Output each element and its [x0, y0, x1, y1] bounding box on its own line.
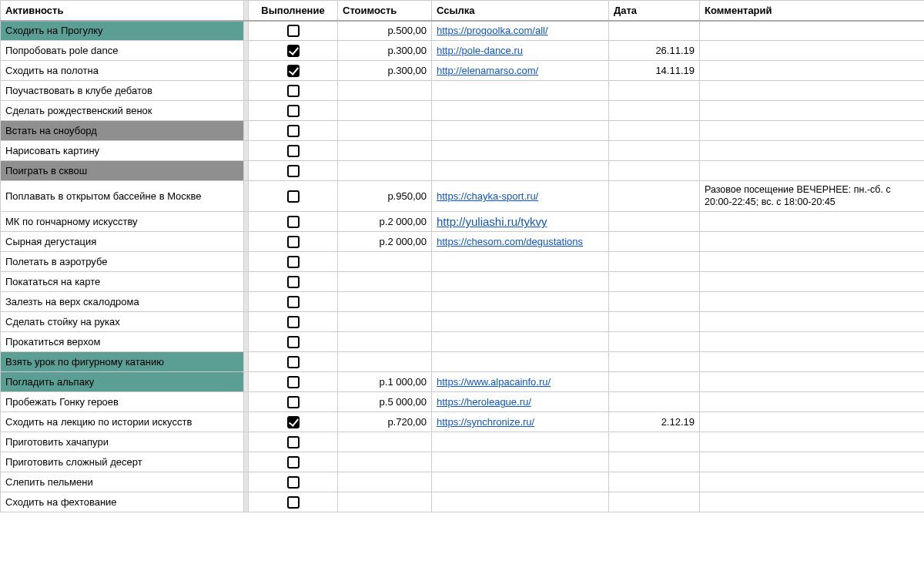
checkbox-unchecked-icon[interactable]	[287, 356, 300, 368]
cell-cost[interactable]	[338, 312, 432, 332]
cell-cost[interactable]	[338, 432, 432, 452]
cell-comment[interactable]	[700, 432, 925, 452]
checkbox-unchecked-icon[interactable]	[287, 336, 300, 348]
cell-link[interactable]: http://yuliashi.ru/tykvy	[432, 212, 609, 232]
cell-date[interactable]	[609, 121, 700, 141]
cell-link[interactable]: http://elenamarso.com/	[432, 61, 609, 81]
cell-link[interactable]	[432, 272, 609, 292]
cell-activity[interactable]: Попробовать pole dance	[1, 41, 244, 61]
header-activity[interactable]: Активность	[1, 1, 244, 21]
checkbox-unchecked-icon[interactable]	[287, 236, 300, 248]
cell-date[interactable]	[609, 141, 700, 161]
checkbox-unchecked-icon[interactable]	[287, 105, 300, 117]
cell-link[interactable]: https://www.alpacainfo.ru/	[432, 372, 609, 392]
cell-activity[interactable]: Пробежать Гонку героев	[1, 392, 244, 412]
checkbox-unchecked-icon[interactable]	[287, 496, 300, 509]
cell-date[interactable]	[609, 212, 700, 232]
checkbox-checked-icon[interactable]	[287, 416, 300, 428]
cell-comment[interactable]	[700, 101, 925, 121]
cell-link[interactable]	[432, 452, 609, 472]
cell-cost[interactable]	[338, 272, 432, 292]
cell-cost[interactable]: р.300,00	[338, 41, 432, 61]
cell-link[interactable]	[432, 352, 609, 372]
checkbox-unchecked-icon[interactable]	[287, 145, 300, 157]
cell-cost[interactable]	[338, 121, 432, 141]
cell-activity[interactable]: Приготовить сложный десерт	[1, 452, 244, 472]
link[interactable]: https://www.alpacainfo.ru/	[437, 376, 551, 388]
cell-done[interactable]	[249, 492, 338, 512]
cell-done[interactable]	[249, 101, 338, 121]
cell-date[interactable]	[609, 181, 700, 212]
cell-date[interactable]: 26.11.19	[609, 41, 700, 61]
cell-activity[interactable]: Нарисовать картину	[1, 141, 244, 161]
cell-comment[interactable]	[700, 492, 925, 512]
cell-date[interactable]: 2.12.19	[609, 412, 700, 432]
cell-cost[interactable]	[338, 252, 432, 272]
cell-date[interactable]	[609, 161, 700, 181]
cell-comment[interactable]	[700, 21, 925, 41]
cell-activity[interactable]: Поиграть в сквош	[1, 161, 244, 181]
cell-link[interactable]	[432, 312, 609, 332]
cell-cost[interactable]	[338, 81, 432, 101]
checkbox-checked-icon[interactable]	[287, 45, 300, 57]
cell-cost[interactable]	[338, 141, 432, 161]
cell-done[interactable]	[249, 161, 338, 181]
cell-link[interactable]: https://chayka-sport.ru/	[432, 181, 609, 212]
cell-date[interactable]	[609, 21, 700, 41]
cell-activity[interactable]: Покататься на карте	[1, 272, 244, 292]
checkbox-unchecked-icon[interactable]	[287, 456, 300, 469]
cell-cost[interactable]	[338, 161, 432, 181]
cell-date[interactable]	[609, 292, 700, 312]
cell-link[interactable]: https://chesom.com/degustations	[432, 232, 609, 252]
cell-done[interactable]	[249, 412, 338, 432]
cell-comment[interactable]	[700, 252, 925, 272]
checkbox-unchecked-icon[interactable]	[287, 396, 300, 408]
cell-done[interactable]	[249, 41, 338, 61]
cell-date[interactable]: 14.11.19	[609, 61, 700, 81]
cell-date[interactable]	[609, 81, 700, 101]
cell-cost[interactable]: р.1 000,00	[338, 372, 432, 392]
cell-link[interactable]	[432, 432, 609, 452]
cell-done[interactable]	[249, 21, 338, 41]
cell-comment[interactable]	[700, 212, 925, 232]
cell-cost[interactable]: р.2 000,00	[338, 212, 432, 232]
checkbox-unchecked-icon[interactable]	[287, 165, 300, 177]
link[interactable]: https://synchronize.ru/	[437, 416, 534, 428]
cell-date[interactable]	[609, 472, 700, 492]
cell-done[interactable]	[249, 312, 338, 332]
checkbox-unchecked-icon[interactable]	[287, 316, 300, 328]
cell-date[interactable]	[609, 232, 700, 252]
cell-activity[interactable]: Залезть на верх скалодрома	[1, 292, 244, 312]
cell-date[interactable]	[609, 352, 700, 372]
cell-cost[interactable]: р.720,00	[338, 412, 432, 432]
cell-cost[interactable]	[338, 292, 432, 312]
cell-activity[interactable]: Поплавать в открытом бассейне в Москве	[1, 181, 244, 212]
link[interactable]: http://yuliashi.ru/tykvy	[437, 215, 547, 228]
header-date[interactable]: Дата	[609, 1, 700, 21]
cell-date[interactable]	[609, 452, 700, 472]
cell-comment[interactable]	[700, 121, 925, 141]
cell-cost[interactable]: р.5 000,00	[338, 392, 432, 412]
cell-cost[interactable]: р.500,00	[338, 21, 432, 41]
cell-done[interactable]	[249, 332, 338, 352]
cell-done[interactable]	[249, 61, 338, 81]
cell-cost[interactable]	[338, 332, 432, 352]
cell-activity[interactable]: Прокатиться верхом	[1, 332, 244, 352]
link[interactable]: http://elenamarso.com/	[437, 65, 538, 76]
cell-done[interactable]	[249, 392, 338, 412]
cell-cost[interactable]	[338, 101, 432, 121]
cell-comment[interactable]	[700, 232, 925, 252]
cell-comment[interactable]	[700, 272, 925, 292]
cell-comment[interactable]	[700, 141, 925, 161]
cell-activity[interactable]: Слепить пельмени	[1, 472, 244, 492]
link[interactable]: https://progoolka.com/all/	[437, 25, 548, 36]
cell-link[interactable]: https://heroleague.ru/	[432, 392, 609, 412]
cell-done[interactable]	[249, 232, 338, 252]
checkbox-unchecked-icon[interactable]	[287, 276, 300, 288]
cell-activity[interactable]: Погладить альпаку	[1, 372, 244, 392]
cell-link[interactable]: http://pole-dance.ru	[432, 41, 609, 61]
cell-comment[interactable]	[700, 81, 925, 101]
cell-comment[interactable]	[700, 472, 925, 492]
cell-link[interactable]	[432, 332, 609, 352]
checkbox-unchecked-icon[interactable]	[287, 436, 300, 448]
